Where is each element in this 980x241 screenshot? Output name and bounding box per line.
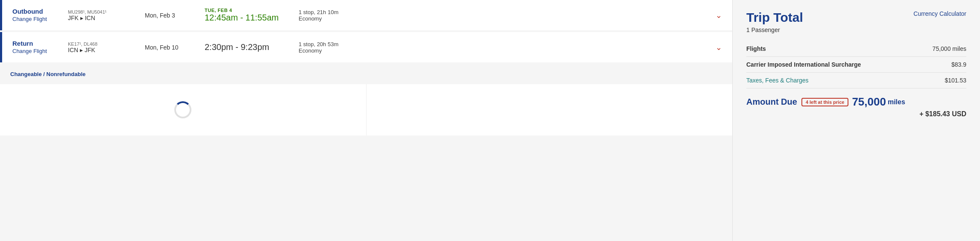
outbound-route-info: MU298¹, MU5041¹ JFK ▸ ICN <box>68 9 145 21</box>
return-type: Return <box>12 40 68 47</box>
taxes-value: $101.53 <box>945 77 966 84</box>
left-at-price-badge: 4 left at this price <box>801 98 848 106</box>
bottom-right <box>367 84 733 135</box>
outbound-label: Outbound Change Flight <box>12 8 68 23</box>
surcharge-value: $83.9 <box>951 61 966 68</box>
return-date: Mon, Feb 10 <box>145 44 205 51</box>
return-chevron-icon[interactable]: ⌄ <box>716 43 722 52</box>
left-panel: Outbound Change Flight MU298¹, MU5041¹ J… <box>0 0 732 241</box>
miles-amount: 75,000 <box>852 95 886 109</box>
usd-amount: + $185.43 USD <box>746 110 966 118</box>
taxes-label: Taxes, Fees & Charges <box>746 77 809 84</box>
outbound-change-flight[interactable]: Change Flight <box>12 16 47 22</box>
bottom-left <box>0 84 367 135</box>
return-times: 2:30pm - 9:23pm <box>205 42 299 52</box>
changeable-note: Changeable / Nonrefundable <box>0 64 732 84</box>
amount-due-label: Amount Due <box>746 97 797 107</box>
surcharge-label: Carrier Imposed International Surcharge <box>746 61 861 68</box>
taxes-row: Taxes, Fees & Charges $101.53 <box>746 73 966 88</box>
outbound-flight-card: Outbound Change Flight MU298¹, MU5041¹ J… <box>0 0 732 30</box>
bottom-section <box>0 84 732 135</box>
outbound-cabin: Economy <box>299 15 716 22</box>
currency-calculator-link[interactable]: Currency Calculator <box>913 10 966 17</box>
return-stops: 1 stop, 20h 53m <box>299 41 716 47</box>
return-route-info: KE17¹, DL468 ICN ▸ JFK <box>68 41 145 53</box>
loading-spinner <box>174 101 191 118</box>
outbound-chevron-icon[interactable]: ⌄ <box>716 11 722 20</box>
outbound-date: Mon, Feb 3 <box>145 12 205 19</box>
outbound-times: 12:45am - 11:55am <box>205 13 299 23</box>
outbound-times-date: TUE, FEB 4 <box>205 8 299 13</box>
flights-value: 75,000 miles <box>933 45 966 52</box>
return-stops-info: 1 stop, 20h 53m Economy <box>299 41 716 54</box>
surcharge-row: Carrier Imposed International Surcharge … <box>746 57 966 73</box>
return-label: Return Change Flight <box>12 40 68 55</box>
outbound-route: JFK ▸ ICN <box>68 15 145 21</box>
flights-row: Flights 75,000 miles <box>746 41 966 57</box>
trip-total-title: Trip Total <box>746 10 803 25</box>
return-route: ICN ▸ JFK <box>68 47 145 53</box>
outbound-stops-info: 1 stop, 21h 10m Economy <box>299 9 716 22</box>
return-change-flight[interactable]: Change Flight <box>12 48 47 54</box>
flights-label: Flights <box>746 45 766 52</box>
right-panel: Trip Total Currency Calculator 1 Passeng… <box>732 0 980 241</box>
return-flight-nums: KE17¹, DL468 <box>68 41 145 47</box>
trip-total-header: Trip Total Currency Calculator <box>746 10 966 25</box>
outbound-stops: 1 stop, 21h 10m <box>299 9 716 15</box>
return-cabin: Economy <box>299 47 716 54</box>
passenger-count: 1 Passenger <box>746 26 966 33</box>
return-flight-card: Return Change Flight KE17¹, DL468 ICN ▸ … <box>0 32 732 62</box>
amount-due-section: Amount Due 4 left at this price 75,000 m… <box>746 95 966 118</box>
outbound-flight-nums: MU298¹, MU5041¹ <box>68 9 145 15</box>
miles-label: miles <box>888 98 905 106</box>
outbound-type: Outbound <box>12 8 68 15</box>
outbound-times-block: TUE, FEB 4 12:45am - 11:55am <box>205 8 299 23</box>
